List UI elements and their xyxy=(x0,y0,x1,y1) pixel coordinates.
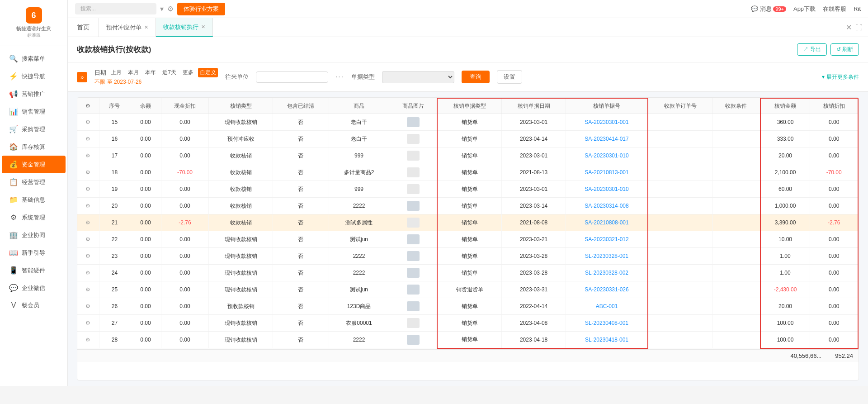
cell-report-no: SL-20230408-001 xyxy=(566,315,648,332)
cell-seq: 27 xyxy=(99,315,130,332)
cell-settings[interactable]: ⚙ xyxy=(77,298,99,315)
partner-dots[interactable]: ··· xyxy=(335,73,344,81)
cell-writeoff-amount: 2,100.00 xyxy=(760,164,810,181)
date-btn-this-month[interactable]: 本月 xyxy=(126,68,141,77)
cell-settings[interactable]: ⚙ xyxy=(77,131,99,147)
tab-prepay[interactable]: 预付冲应付单 ✕ xyxy=(99,18,156,37)
sidebar-item-finance[interactable]: 💰 资金管理 xyxy=(2,156,66,173)
tab-close-all-icon[interactable]: ✕ xyxy=(846,23,852,32)
settings-icon[interactable]: ⚙ xyxy=(167,5,174,13)
sidebar-item-inventory[interactable]: 🏠 库存核算 xyxy=(2,138,66,156)
sidebar-item-member[interactable]: V 畅会员 xyxy=(2,297,66,314)
cell-cash-discount: 0.00 xyxy=(161,315,208,332)
sidebar-icon-purchase: 🛒 xyxy=(9,125,18,133)
cell-settings[interactable]: ⚙ xyxy=(77,315,99,332)
bill-type-select[interactable] xyxy=(382,71,454,83)
date-range-text: 不限 至 2023-07-26 xyxy=(94,78,142,86)
report-no-link[interactable]: SA-20210813-001 xyxy=(585,169,628,176)
sidebar-item-system[interactable]: ⚙ 系统管理 xyxy=(2,209,66,226)
date-btn-custom[interactable]: 自定义 xyxy=(198,68,218,77)
report-no-link[interactable]: SA-20230301-001 xyxy=(585,119,628,125)
online-service[interactable]: 在线客服 xyxy=(823,5,846,13)
sidebar-item-guide[interactable]: 📖 新手引导 xyxy=(2,244,66,261)
sidebar-item-marketing[interactable]: 📢 营销推广 xyxy=(2,85,66,103)
cell-settings[interactable]: ⚙ xyxy=(77,198,99,214)
cell-settings[interactable]: ⚙ xyxy=(77,248,99,265)
cell-balance: 0.00 xyxy=(130,248,161,265)
date-btn-7days[interactable]: 近7天 xyxy=(160,68,178,77)
report-no-link[interactable]: SA-20230301-010 xyxy=(585,152,628,159)
tab-prepay-close[interactable]: ✕ xyxy=(144,24,148,30)
query-btn[interactable]: 查询 xyxy=(462,71,490,83)
sidebar-label-guide: 新手引导 xyxy=(22,249,45,257)
table-container[interactable]: ⚙ 序号 余额 现金折扣 核销类型 包含已结清 商品 商品图片 核销单据类型 核… xyxy=(77,97,859,380)
date-btn-last-month[interactable]: 上月 xyxy=(109,68,123,77)
col-header-included-settled: 包含已结清 xyxy=(273,98,329,114)
tab-receipts[interactable]: 收款核销执行 ✕ xyxy=(156,18,213,37)
report-no-link[interactable]: SL-20230408-001 xyxy=(585,320,628,326)
cell-goods-image xyxy=(389,265,437,281)
sidebar-item-basic-info[interactable]: 📁 基础信息 xyxy=(2,191,66,209)
search-box[interactable]: 搜索... xyxy=(75,3,156,14)
cell-payment-terms xyxy=(712,114,760,131)
tab-maximize-icon[interactable]: ⛶ xyxy=(855,24,863,32)
cell-settings[interactable]: ⚙ xyxy=(77,265,99,281)
report-no-link[interactable]: SA-20230414-017 xyxy=(585,136,628,142)
goods-image-thumb xyxy=(407,251,420,261)
cell-report-type: 销货单 xyxy=(437,198,502,214)
refresh-btn[interactable]: ↺ 刷新 xyxy=(830,43,859,56)
export-btn[interactable]: ↗ 导出 xyxy=(797,43,826,56)
report-no-link[interactable]: SA-20230321-012 xyxy=(585,236,628,242)
tab-prepay-label: 预付冲应付单 xyxy=(106,24,142,32)
expand-more-btn[interactable]: ▾ 展开更多条件 xyxy=(822,73,859,81)
sidebar-item-search[interactable]: 🔍 搜索菜单 xyxy=(2,50,66,67)
sidebar-item-operations[interactable]: 📋 经营管理 xyxy=(2,173,66,191)
table-area: ⚙ 序号 余额 现金折扣 核销类型 包含已结清 商品 商品图片 核销单据类型 核… xyxy=(68,92,868,386)
cell-balance: 0.00 xyxy=(130,114,161,131)
cell-report-date: 2023-03-01 xyxy=(502,147,566,164)
cell-seq: 23 xyxy=(99,248,130,265)
app-logo: 6 xyxy=(26,7,42,24)
messages-area[interactable]: 💬 消息 99+ xyxy=(751,5,786,13)
cell-settings[interactable]: ⚙ xyxy=(77,114,99,131)
report-no-link[interactable]: SL-20230328-001 xyxy=(585,253,628,259)
report-no-link[interactable]: SA-20230331-026 xyxy=(585,286,628,293)
sidebar-item-smart-hw[interactable]: 📱 智能硬件 xyxy=(2,261,66,279)
report-no-link[interactable]: SL-20230328-002 xyxy=(585,270,628,276)
sidebar-item-wechat[interactable]: 💬 企业微信 xyxy=(2,279,66,297)
refresh-icon: ↺ xyxy=(836,46,841,52)
sidebar-item-sales[interactable]: 📊 销售管理 xyxy=(2,103,66,120)
settings-btn[interactable]: 设置 xyxy=(497,70,522,84)
user-name[interactable]: Rit xyxy=(854,5,861,12)
cell-writeoff-type: 收款核销 xyxy=(209,181,273,198)
sidebar-item-purchase[interactable]: 🛒 采购管理 xyxy=(2,120,66,138)
partner-input[interactable] xyxy=(256,71,328,83)
cell-settings[interactable]: ⚙ xyxy=(77,231,99,248)
report-no-link[interactable]: SA-20230314-008 xyxy=(585,203,628,209)
cell-settings[interactable]: ⚙ xyxy=(77,181,99,198)
cell-seq: 17 xyxy=(99,147,130,164)
report-no-link[interactable]: SA-20210808-001 xyxy=(585,219,628,226)
date-btn-this-year[interactable]: 本年 xyxy=(143,68,158,77)
cell-writeoff-discount: 0.00 xyxy=(810,248,858,265)
sidebar-item-enterprise[interactable]: 🏢 企业协同 xyxy=(2,226,66,244)
report-no-link[interactable]: SA-20230301-010 xyxy=(585,186,628,192)
cell-balance: 0.00 xyxy=(130,298,161,315)
dropdown-icon[interactable]: ▾ xyxy=(160,5,164,13)
cell-settings[interactable]: ⚙ xyxy=(77,214,99,231)
cell-settings[interactable]: ⚙ xyxy=(77,332,99,348)
report-no-link[interactable]: ABC-001 xyxy=(596,303,618,309)
cell-writeoff-amount: 3,390.00 xyxy=(760,214,810,231)
app-download[interactable]: App下载 xyxy=(793,5,816,13)
sidebar-item-quick-nav[interactable]: ⚡ 快捷导航 xyxy=(2,67,66,85)
date-btn-more[interactable]: 更多 xyxy=(181,68,195,77)
filter-expand-btn[interactable]: » xyxy=(77,72,87,82)
report-no-link[interactable]: SL-20230418-001 xyxy=(585,337,628,343)
cell-settings[interactable]: ⚙ xyxy=(77,147,99,164)
tab-receipts-close[interactable]: ✕ xyxy=(201,24,205,30)
cell-settings[interactable]: ⚙ xyxy=(77,281,99,298)
industry-btn[interactable]: 体验行业方案 xyxy=(177,3,225,15)
cell-settings[interactable]: ⚙ xyxy=(77,164,99,181)
col-header-settings[interactable]: ⚙ xyxy=(77,98,99,114)
tab-home[interactable]: 首页 xyxy=(68,18,99,37)
